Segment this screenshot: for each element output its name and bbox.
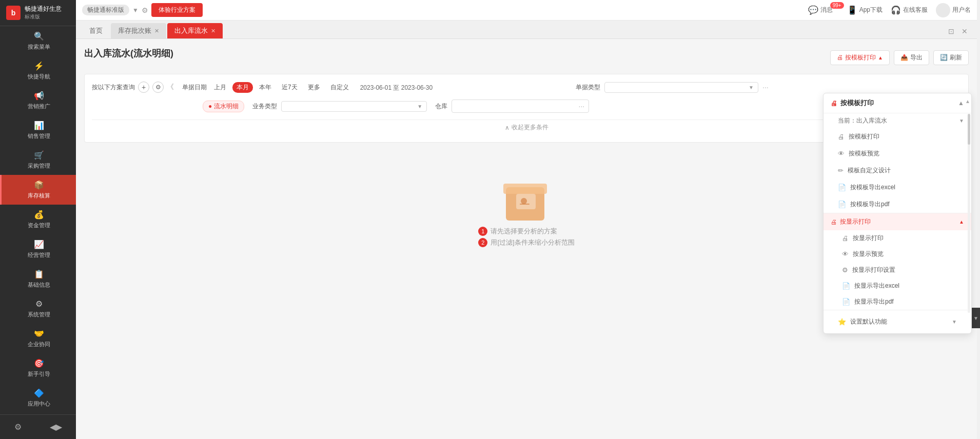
date-chip-custom[interactable]: 自定义 (326, 82, 353, 93)
refresh-btn[interactable]: 🔄 刷新 (933, 50, 969, 65)
sidebar-item-label: 销售管理 (28, 132, 50, 140)
app-download-label: App下载 (859, 6, 883, 14)
user-dropdown-icon[interactable]: ▼ (132, 7, 139, 14)
dropdown-item-display-print[interactable]: 🖨 按显示打印 (824, 230, 971, 246)
doc-type-input[interactable]: ▼ (604, 82, 758, 93)
dropdown-item-display-export-excel[interactable]: 📄 按显示导出excel (824, 278, 971, 294)
filter-set-btn[interactable]: ⚙ (152, 82, 164, 93)
business-type-input[interactable]: ▼ (281, 101, 427, 112)
panel-scroll-up[interactable]: ▲ (964, 98, 971, 104)
message-icon: 💬 (808, 5, 818, 15)
template-preview-icon: 👁 (838, 150, 845, 157)
tabs-bar: 首页 库存批次账 ✕ 出入库流水 ✕ ⊡ ✕ (76, 21, 977, 39)
sidebar-nav: 🔍 搜索菜单 ⚡ 快捷导航 📢 营销推广 📊 销售管理 🛒 采购管理 📦 (0, 26, 76, 414)
sidebar-item-label: 营销推广 (28, 103, 50, 110)
display-section-icon: 🖨 (831, 218, 837, 226)
tab-close-all-btn[interactable]: ✕ (958, 24, 971, 38)
dropdown-display-section: 🖨 按显示打印 ▲ 🖨 按显示打印 👁 按显示预览 ⚙ (824, 213, 971, 310)
right-edge[interactable] (977, 0, 980, 439)
template-print-icon: 🖨 (838, 133, 845, 141)
sidebar-bottom: ⚙ ◀▶ (0, 414, 76, 439)
tab-home[interactable]: 首页 (82, 23, 110, 38)
sidebar-item-label: 系统管理 (28, 311, 50, 318)
sidebar-item-operations[interactable]: 📈 经营管理 (0, 234, 76, 264)
dropdown-display-header[interactable]: 🖨 按显示打印 ▲ (824, 213, 971, 230)
doc-type-label: 单据类型 (576, 83, 600, 92)
topbar-right: 💬 消息 99+ 📱 App下载 🎧 在线客服 用户名 (808, 3, 971, 17)
sidebar-item-label: 基础信息 (28, 281, 50, 289)
date-chip-this-month[interactable]: 本月 (232, 82, 253, 93)
sidebar-item-quick-nav[interactable]: ⚡ 快捷导航 (0, 56, 76, 86)
sidebar-item-system[interactable]: ⚙ 系统管理 (0, 294, 76, 324)
basic-info-icon: 📋 (34, 269, 44, 279)
filter-tag-icon: ● (208, 103, 212, 110)
filter-collapse-btn[interactable]: 《 (167, 83, 174, 92)
date-chip-7days[interactable]: 近7天 (278, 82, 302, 93)
export-btn[interactable]: 📤 导出 (894, 50, 929, 65)
trial-btn[interactable]: 体验行业方案 (151, 3, 203, 17)
dropdown-footer: ⭐ 设置默认功能 ▼ (824, 310, 971, 333)
template-pdf-icon: 📄 (838, 201, 846, 208)
online-service-icon: 🎧 (891, 5, 901, 15)
tab-flow[interactable]: 出入库流水 ✕ (167, 23, 223, 38)
sidebar-item-basic-info[interactable]: 📋 基础信息 (0, 264, 76, 294)
tab-inventory-batch-close[interactable]: ✕ (154, 28, 159, 34)
warehouse-field: 仓库 ··· (435, 99, 589, 113)
sidebar-item-search-menu[interactable]: 🔍 搜索菜单 (0, 26, 76, 56)
doc-type-more[interactable]: ··· (762, 83, 769, 91)
dropdown-item-template-preview[interactable]: 👁 按模板预览 (824, 145, 971, 162)
sidebar-item-enterprise[interactable]: 🤝 企业协同 (0, 324, 76, 353)
doc-type-field: 单据类型 ▼ ··· (576, 82, 961, 93)
app-download-icon: 📱 (847, 5, 857, 15)
tab-maximize-btn[interactable]: ⊡ (945, 24, 957, 38)
date-chip-last-month[interactable]: 上月 (210, 82, 230, 93)
settings-btn[interactable]: ⚙ (12, 420, 24, 434)
display-preview-icon: 👁 (842, 250, 849, 258)
set-default-icon: ⭐ (838, 318, 846, 326)
display-excel-icon: 📄 (842, 282, 850, 290)
online-service-item[interactable]: 🎧 在线客服 (891, 5, 928, 15)
app-download-item[interactable]: 📱 App下载 (847, 5, 883, 15)
user-name[interactable]: 畅捷通标准版 (82, 5, 129, 15)
sidebar-item-label: 库存核算 (28, 192, 50, 199)
sidebar-item-guide[interactable]: 🎯 新手引导 (0, 353, 76, 383)
sidebar-item-inventory[interactable]: 📦 库存核算 (0, 175, 76, 205)
template-print-btn[interactable]: 🖨 按模板打印 ▲ (830, 50, 890, 65)
operations-icon: 📈 (34, 240, 44, 249)
dropdown-item-template-export-excel[interactable]: 📄 按模板导出excel (824, 179, 971, 196)
topbar-gear-icon[interactable]: ⚙ (142, 6, 148, 14)
sidebar-item-sales[interactable]: 📊 销售管理 (0, 115, 76, 145)
page-title: 出入库流水(流水明细) (84, 47, 173, 59)
dropdown-item-display-preview[interactable]: 👁 按显示预览 (824, 246, 971, 262)
sidebar-item-finance[interactable]: 💰 资金管理 (0, 205, 76, 234)
dropdown-item-template-custom[interactable]: ✏ 模板自定义设计 (824, 162, 971, 179)
dropdown-item-template-print[interactable]: 🖨 按模板打印 (824, 128, 971, 145)
tab-inventory-batch[interactable]: 库存批次账 ✕ (111, 23, 166, 38)
doc-type-arrow: ▼ (749, 85, 754, 90)
filter-tag[interactable]: ● 流水明细 (203, 101, 244, 112)
enterprise-icon: 🤝 (34, 329, 44, 338)
warehouse-more[interactable]: ··· (579, 102, 585, 110)
collapse-btn[interactable]: ◀▶ (48, 420, 64, 434)
tab-flow-close[interactable]: ✕ (211, 28, 215, 34)
template-custom-icon: ✏ (838, 167, 844, 174)
collapse-label: 收起更多条件 (512, 123, 548, 132)
sidebar-item-purchase[interactable]: 🛒 采购管理 (0, 145, 76, 175)
panel-scrollbar-thumb[interactable] (968, 114, 970, 145)
filter-add-btn[interactable]: + (138, 82, 149, 93)
dropdown-item-template-export-pdf[interactable]: 📄 按模板导出pdf (824, 196, 971, 213)
message-item[interactable]: 💬 消息 99+ (808, 5, 839, 15)
warehouse-input[interactable]: ··· (452, 99, 589, 113)
app-logo: b 畅捷通好生意 标准版 (0, 0, 76, 26)
sidebar-item-marketing[interactable]: 📢 营销推广 (0, 86, 76, 115)
avatar-item[interactable]: 用户名 (936, 3, 971, 17)
date-chip-more[interactable]: 更多 (304, 82, 324, 93)
dropdown-item-display-print-settings[interactable]: ⚙ 按显示打印设置 (824, 262, 971, 278)
sidebar-item-label: 新手引导 (28, 370, 50, 378)
dropdown-item-display-export-pdf[interactable]: 📄 按显示导出pdf (824, 294, 971, 310)
sidebar-item-app-center[interactable]: 🔷 应用中心 (0, 383, 76, 413)
set-default-btn[interactable]: ⭐ 设置默认功能 ▼ (831, 314, 964, 329)
date-chip-this-year[interactable]: 本年 (255, 82, 276, 93)
dropdown-collapse-arrow[interactable]: ▲ (958, 99, 964, 107)
inventory-icon: 📦 (34, 180, 44, 190)
